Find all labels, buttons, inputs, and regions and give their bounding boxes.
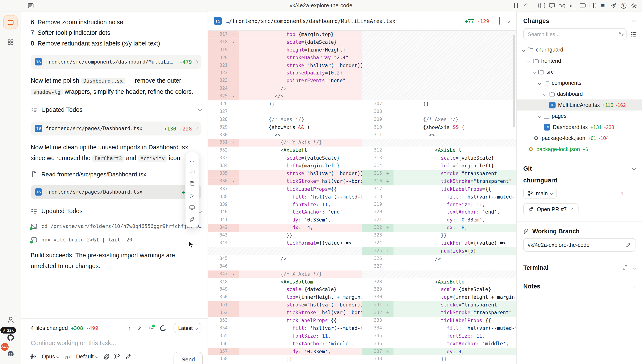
notes-label: Notes <box>523 283 540 290</box>
file-diff-chip-selected[interactable]: TS frontend/src/pages/Dashboard.tsx +1 -… <box>31 185 201 199</box>
diff-row: 346327 <box>208 263 516 270</box>
tree-folder-churnguard[interactable]: churnguard <box>517 44 642 55</box>
rail-board-button[interactable] <box>3 35 18 49</box>
monitor-icon[interactable] <box>186 201 198 213</box>
message-actions-toolbar: … ▷ <box>185 152 199 227</box>
diff-body[interactable]: 317- top={margin.top}318- scale={dateSca… <box>208 31 516 364</box>
tree-folder-components[interactable]: components <box>517 77 642 88</box>
pen-icon[interactable] <box>123 352 133 362</box>
chat-icon[interactable] <box>547 1 557 10</box>
working-branch-value: vk/4e2a-explore-the-code <box>528 242 590 248</box>
attach-icon[interactable] <box>101 352 111 362</box>
file-path: frontend/src/components/dashboard/MultiL… <box>46 59 176 65</box>
deletions-count: -499 <box>86 325 98 332</box>
collapse-up-icon[interactable] <box>521 1 531 10</box>
open-pr-button[interactable]: Open PR #7 ↗ <box>523 204 579 215</box>
edit-pencil-icon[interactable] <box>626 242 631 248</box>
rail-workspace-button[interactable] <box>3 15 18 30</box>
chevron-down-icon <box>538 81 541 84</box>
arrow-up-icon[interactable]: ↑ <box>128 325 131 332</box>
send-button[interactable]: Send <box>174 352 203 364</box>
fast-forward-icon[interactable]: ▷▷ <box>63 352 72 362</box>
split-view-icon[interactable] <box>499 17 500 24</box>
diff-row: 343 }}323 }} <box>208 232 516 240</box>
changes-section-header[interactable]: Changes <box>517 12 642 28</box>
diff-row: 324- /> <box>208 85 516 92</box>
ts-file-icon: TS <box>549 102 556 108</box>
copy-icon[interactable] <box>186 178 198 190</box>
file-diff-chip[interactable]: TS frontend/src/components/dashboard/Mul… <box>31 55 201 69</box>
tree-folder-frontend[interactable]: frontend <box>517 55 642 66</box>
message-input[interactable] <box>31 340 201 346</box>
sparkle-icon[interactable]: ✳ <box>137 325 142 332</box>
tree-file-Dashboard.tsx[interactable]: TSDashboard.tsx+131-233 <box>517 122 642 132</box>
help-icon[interactable]: ? <box>618 1 628 10</box>
git-section: Git churnguard main ↑1 … <box>517 159 642 222</box>
tree-folder-src[interactable]: src <box>517 66 642 77</box>
menu-icon[interactable]: ≡ <box>598 1 608 10</box>
updated-todos-row[interactable]: Updated Todos <box>31 208 201 214</box>
collapse-tree-icon[interactable] <box>618 32 624 37</box>
file-path: frontend/src/pages/Dashboard.tsx <box>46 189 179 195</box>
tree-folder-pages[interactable]: pages <box>517 110 642 122</box>
todos-indicator-icon[interactable] <box>148 325 154 331</box>
panel-left-icon[interactable] <box>536 1 547 10</box>
account-button[interactable] <box>3 313 18 327</box>
file-name: components <box>552 80 581 86</box>
more-icon[interactable]: … <box>186 154 198 166</box>
terminal-command-row[interactable]: npx vite build 2>&1 | tail -20 <box>31 236 201 243</box>
working-branch-field[interactable]: vk/4e2a-explore-the-code <box>523 238 635 252</box>
pause-icon[interactable] <box>511 1 521 10</box>
compare-icon[interactable] <box>186 213 198 225</box>
diff-row: 342- dx: -4,322+ dx: -8, <box>208 224 516 232</box>
file-path: frontend/src/pages/Dashboard.tsx <box>46 126 161 131</box>
scrollbar-thumb[interactable] <box>513 35 515 127</box>
shuffle-icon[interactable] <box>557 1 567 10</box>
file-diff-chip[interactable]: TS frontend/src/pages/Dashboard.tsx +130… <box>31 122 201 136</box>
command-text: cd /private/var/folders/10/h7w0q46556ggr… <box>42 224 202 229</box>
view-options-icon[interactable] <box>630 31 637 38</box>
git-section-header[interactable]: Git <box>517 159 642 176</box>
tree-folder-dashboard[interactable]: dashboard <box>517 88 642 99</box>
mode-select[interactable]: Default <box>74 352 100 361</box>
terminal-command-row[interactable]: cd /private/var/folders/10/h7w0q46556ggr… <box>31 223 201 230</box>
repo-name: churnguard <box>517 176 642 188</box>
run-icon[interactable]: ▷ <box>186 190 198 201</box>
updated-todos-row[interactable]: Updated Todos <box>31 106 201 113</box>
display-icon[interactable] <box>577 1 588 10</box>
inline-diff-icon[interactable] <box>186 166 198 178</box>
file-name: churnguard <box>536 46 563 53</box>
deletions-count: -104 <box>599 135 609 141</box>
inline-code: shadow-lg <box>31 89 63 96</box>
tree-file-package-lock.json[interactable]: package-lock.json+6 <box>517 144 642 154</box>
star-icon: ★ <box>3 328 6 332</box>
settings-gear-icon[interactable] <box>628 1 639 10</box>
notes-section-header[interactable]: Notes <box>517 277 642 296</box>
branch-select[interactable]: main <box>523 188 557 199</box>
folder-icon <box>532 58 539 64</box>
share-icon[interactable] <box>608 1 618 10</box>
read-file-row[interactable]: Read frontend/src/pages/Dashboard.tsx <box>31 171 201 178</box>
expand-icon[interactable] <box>622 265 627 270</box>
tree-file-package-lock.json[interactable]: package-lock.json+61-104 <box>517 133 642 144</box>
model-select[interactable]: Opus <box>39 352 62 361</box>
search-input[interactable] <box>523 28 627 40</box>
diff-row: 338 fill: 'hsl(var(--muted-foreground))'… <box>208 193 516 201</box>
transcript-scroll-area[interactable]: 6. Remove zoom instruction noise 7. Soft… <box>21 12 208 318</box>
more-options-icon[interactable]: … <box>629 190 635 197</box>
working-branch-section: Working Branch vk/4e2a-explore-the-code <box>517 222 642 258</box>
latest-dropdown[interactable]: Latest <box>174 323 202 333</box>
tree-file-MultiLineArea.tsx[interactable]: TSMultiLineArea.tsx+110-162 <box>517 99 642 110</box>
terminal-icon[interactable]: >_ <box>567 1 577 10</box>
discord-link[interactable]: 346 <box>5 348 16 359</box>
terminal-section-header[interactable]: Terminal <box>517 258 642 277</box>
panel-right-icon[interactable] <box>587 1 598 10</box>
settings-sliders-icon[interactable] <box>28 352 38 362</box>
github-link[interactable]: ★22k <box>5 332 16 343</box>
branch-icon[interactable] <box>112 352 122 362</box>
chevron-down-icon[interactable] <box>506 19 510 23</box>
chevron-right-icon <box>195 127 198 130</box>
file-search-row <box>517 28 642 44</box>
loading-spinner <box>159 324 167 332</box>
chevron-down-icon <box>57 356 59 358</box>
